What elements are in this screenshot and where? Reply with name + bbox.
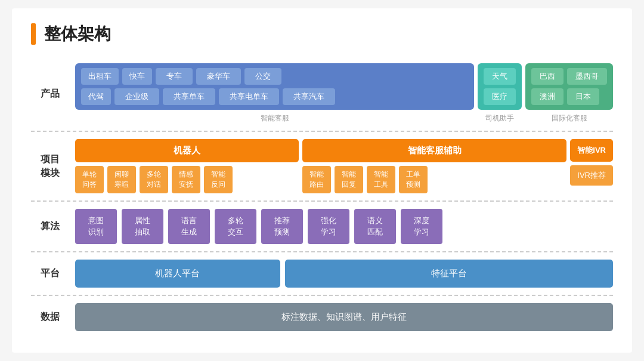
chip-intent: 意图识别	[75, 209, 117, 244]
chip-sharing-ebike: 共享电单车	[219, 88, 279, 105]
data-area: 标注数据、知识图谱、用户特征	[75, 303, 613, 331]
chip-daijia: 代驾	[81, 88, 111, 105]
chip-bus: 公交	[244, 68, 281, 85]
chip-kuaiche: 快车	[122, 68, 152, 85]
product-group-teal: 天气 医疗	[478, 63, 522, 110]
chip-emotion: 情感安抚	[172, 166, 200, 193]
chip-sharing-bike: 共享单车	[163, 88, 215, 105]
feature-platform-chip: 特征平台	[285, 260, 613, 288]
chip-haoche: 豪华车	[196, 68, 241, 85]
product-row-2: 代驾 企业级 共享单车 共享电单车 共享汽车	[81, 88, 468, 105]
chip-zhuanche: 专车	[156, 68, 193, 85]
chip-chat: 闲聊寒暄	[107, 166, 136, 193]
smart-service-sublabel: 智能客服	[75, 112, 474, 124]
driver-row-1: 天气	[484, 68, 516, 85]
module-label: 项目模块	[31, 134, 69, 198]
chip-brazil: 巴西	[531, 68, 564, 85]
chip-reinforce: 强化学习	[308, 209, 349, 244]
chip-medical: 医疗	[484, 88, 516, 105]
product-group-blue: 出租车 快车 专车 豪华车 公交 代驾 企业级 共享单车 共享电单车	[75, 63, 474, 110]
chip-australia: 澳洲	[531, 88, 564, 105]
robot-platform-chip: 机器人平台	[75, 260, 280, 288]
algo-label: 算法	[31, 204, 69, 249]
chip-smart-tool: 智能工具	[367, 166, 395, 193]
intl-row-2: 澳洲 日本	[531, 88, 607, 105]
platform-area: 机器人平台 特征平台	[75, 260, 613, 288]
ivr-group: 智能IVR IVR推荐	[570, 139, 613, 193]
chip-lang-gen: 语言生成	[168, 209, 210, 244]
robot-bar: 机器人	[75, 139, 299, 162]
divider-3	[31, 251, 613, 252]
chip-weather: 天气	[484, 68, 516, 85]
chip-smart-reply: 智能回复	[335, 166, 363, 193]
driver-assist-sublabel: 司机助手	[478, 112, 522, 124]
arch-table: 产品 出租车 快车 专车 豪华车 公交	[31, 58, 613, 336]
product-row-1: 出租车 快车 专车 豪华车 公交	[81, 68, 468, 85]
smart-assist-bar: 智能客服辅助	[302, 139, 566, 162]
chip-multi-turn: 多轮对话	[140, 166, 168, 193]
divider-2	[31, 200, 613, 202]
algo-content: 意图识别 属性抽取 语言生成 多轮交互 推荐预测 强化学习 语义匹配 深度学习	[69, 204, 613, 249]
module-content: 机器人 单轮问答 闲聊寒暄 多轮对话 情感安抚 智能反问 智能客服辅助 智能路由…	[69, 134, 613, 198]
robot-chips: 单轮问答 闲聊寒暄 多轮对话 情感安抚 智能反问	[75, 166, 299, 193]
chip-single-qa: 单轮问答	[75, 166, 104, 193]
product-main: 出租车 快车 专车 豪华车 公交 代驾 企业级 共享单车 共享电单车	[75, 63, 613, 124]
product-label: 产品	[31, 58, 69, 128]
chip-recommend-predict: 推荐预测	[261, 209, 303, 244]
product-content: 出租车 快车 专车 豪华车 公交 代驾 企业级 共享单车 共享电单车	[69, 58, 613, 128]
chip-smart-ask: 智能反问	[204, 166, 233, 193]
chip-semantic: 语义匹配	[354, 209, 396, 244]
platform-label: 平台	[31, 255, 69, 292]
smart-service-group: 出租车 快车 专车 豪华车 公交 代驾 企业级 共享单车 共享电单车	[75, 63, 474, 124]
title-accent-bar	[31, 23, 36, 45]
main-container: 整体架构 产品 出租车 快车 专车 豪华车 公交	[12, 8, 632, 353]
chip-deep-learn: 深度学习	[401, 209, 442, 244]
platform-content: 机器人平台 特征平台	[69, 255, 613, 292]
algo-area: 意图识别 属性抽取 语言生成 多轮交互 推荐预测 强化学习 语义匹配 深度学习	[75, 209, 613, 244]
chip-smart-route: 智能路由	[302, 166, 331, 193]
international-group: 巴西 墨西哥 澳洲 日本 国际化客服	[525, 63, 613, 124]
smart-assist-chips: 智能路由 智能回复 智能工具 工单预测	[302, 166, 566, 193]
intl-row-1: 巴西 墨西哥	[531, 68, 607, 85]
chip-ticket-predict: 工单预测	[399, 166, 428, 193]
driver-assist-group: 天气 医疗 司机助手	[478, 63, 522, 124]
chip-mexico: 墨西哥	[567, 68, 607, 85]
chip-taxi: 出租车	[81, 68, 119, 85]
module-area: 机器人 单轮问答 闲聊寒暄 多轮对话 情感安抚 智能反问 智能客服辅助 智能路由…	[75, 139, 613, 193]
ivr-recommend-chip: IVR推荐	[570, 165, 613, 186]
page-title: 整体架构	[44, 23, 111, 45]
divider-1	[31, 131, 613, 132]
title-row: 整体架构	[31, 23, 613, 45]
chip-japan: 日本	[567, 88, 599, 105]
data-content: 标注数据、知识图谱、用户特征	[69, 298, 613, 336]
driver-row-2: 医疗	[484, 88, 516, 105]
product-area: 出租车 快车 专车 豪华车 公交 代驾 企业级 共享单车 共享电单车	[75, 63, 613, 124]
ivr-bar: 智能IVR	[570, 139, 613, 162]
chip-attr: 属性抽取	[122, 209, 163, 244]
divider-4	[31, 295, 613, 296]
smart-assist-group: 智能客服辅助 智能路由 智能回复 智能工具 工单预测	[302, 139, 566, 193]
product-group-green: 巴西 墨西哥 澳洲 日本	[525, 63, 613, 110]
chip-sharing-car: 共享汽车	[283, 88, 335, 105]
intl-sublabel: 国际化客服	[525, 112, 613, 124]
chip-enterprise: 企业级	[114, 88, 159, 105]
data-label: 数据	[31, 298, 69, 336]
robot-group: 机器人 单轮问答 闲聊寒暄 多轮对话 情感安抚 智能反问	[75, 139, 299, 193]
chip-multi-interact: 多轮交互	[215, 209, 256, 244]
